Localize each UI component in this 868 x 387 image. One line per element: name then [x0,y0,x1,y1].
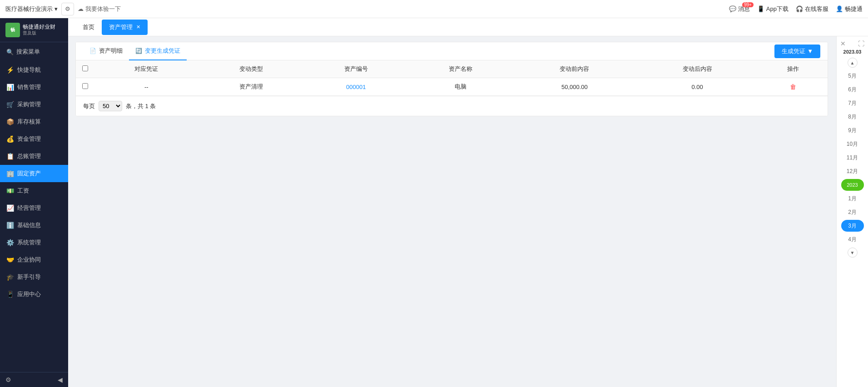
per-page-select[interactable]: 50 10 20 100 [99,101,122,111]
calendar-month-12[interactable]: 12月 [841,165,864,177]
tab-close-icon[interactable]: ✕ [136,24,140,30]
generate-voucher-label: 生成凭证 [782,47,805,55]
funds-icon: 💰 [6,135,14,143]
experience-button[interactable]: ☁ 我要体验一下 [78,5,121,13]
generate-voucher-button[interactable]: 生成凭证 ▼ [774,45,820,58]
logo-icon: 畅 [5,23,20,37]
sidebar-item-label-guide: 新手引导 [17,273,41,281]
row-asset-name: 电脑 [408,78,513,96]
search-menu-button[interactable]: 🔍 搜索菜单 [4,46,64,58]
experience-label: 我要体验一下 [85,5,121,13]
phone-icon: 📱 [757,5,764,12]
collapse-button[interactable]: ◀ [58,376,63,383]
guide-icon: 🎓 [6,273,14,281]
salary-icon: 💵 [6,187,14,194]
message-action[interactable]: 💬 消息 99+ [729,5,750,13]
app-download-action[interactable]: 📱 App下载 [757,5,789,13]
calendar-close-button[interactable]: ✕ [840,40,846,47]
sidebar-item-system[interactable]: ⚙️ 系统管理 [0,234,68,251]
calendar-month-6[interactable]: 6月 [841,84,864,95]
calendar-month-9[interactable]: 9月 [841,124,864,136]
sidebar-item-salary[interactable]: 💵 工资 [0,182,68,199]
company-name: 医疗器械行业演示 [5,5,53,13]
sidebar-item-label-salary: 工资 [17,187,29,195]
sidebar-item-operations[interactable]: 📈 经营管理 [0,199,68,217]
tab-asset-detail-label: 资产明细 [99,47,123,55]
table-header-row: 对应凭证 变动类型 资产编号 资产名称 [76,60,828,78]
calendar-month-10[interactable]: 10月 [841,138,864,150]
content-area: 首页 资产管理 ✕ 📄 资产明细 [68,18,868,387]
sidebar-item-fixed-assets[interactable]: 🏢 固定资产 [0,165,68,182]
table-header-voucher: 对应凭证 [94,60,199,78]
online-service-label: 在线客服 [805,5,828,13]
calendar-month-2023-2[interactable]: 2月 [841,206,864,218]
row-asset-code-link[interactable]: 000001 [346,84,366,90]
delete-row-button[interactable]: 🗑 [790,83,796,90]
calendar-year-marker-2023[interactable]: 2023 [841,179,864,191]
table-wrapper: 对应凭证 变动类型 资产编号 资产名称 [76,60,828,96]
pagination: 每页 50 10 20 100 条，共 1 条 [76,96,828,116]
user-avatar-icon: 👤 [836,5,843,12]
select-all-checkbox[interactable] [82,65,88,71]
calendar-scroll-up-button[interactable]: ▲ [848,58,858,68]
header-settings-button[interactable]: ⚙ [61,3,74,15]
calendar-month-8[interactable]: 8月 [841,111,864,123]
online-service-action[interactable]: 🎧 在线客服 [796,5,828,13]
message-badge: 99+ [742,2,754,7]
tab-change-voucher-label: 变更生成凭证 [145,47,180,55]
gear-icon: ⚙ [65,5,70,12]
calendar-scroll-down-button[interactable]: ▼ [848,248,858,258]
calendar-month-7[interactable]: 7月 [841,97,864,109]
sidebar-item-ledger[interactable]: 📋 总账管理 [0,148,68,165]
row-operation: 🗑 [759,78,828,96]
calendar-expand-button[interactable]: ⛶ [858,40,864,47]
search-icon: 🔍 [6,49,14,55]
sidebar-item-guide[interactable]: 🎓 新手引导 [0,268,68,286]
main-layout: 畅 畅捷通好业财 普及版 🔍 搜索菜单 ⚡ 快捷导航 📊 销售管理 [0,18,868,387]
row-after-change: 0.00 [636,78,759,96]
top-header: 医疗器械行业演示 ▾ ⚙ ☁ 我要体验一下 💬 消息 99+ 📱 App下载 🎧… [0,0,868,18]
row-change-type: 资产清理 [199,78,304,96]
tab-change-voucher[interactable]: 🔄 变更生成凭证 [129,42,187,60]
calendar-month-11[interactable]: 11月 [841,152,864,164]
logo-version: 普及版 [23,30,55,36]
total-label: 条，共 1 条 [126,102,156,110]
table-header-asset-name: 资产名称 [408,60,513,78]
calendar-month-2023-3[interactable]: 3月 [841,220,864,232]
cloud-icon: ☁ [78,5,84,12]
sidebar-item-basic-info[interactable]: ℹ️ 基础信息 [0,217,68,234]
table-row: -- 资产清理 000001 电脑 [76,78,828,96]
sidebar-item-label-quick-nav: 快捷导航 [17,66,41,74]
operations-icon: 📈 [6,204,14,212]
sidebar-item-funds[interactable]: 💰 资金管理 [0,130,68,148]
sidebar-item-label-system: 系统管理 [17,238,41,247]
ledger-icon: 📋 [6,153,14,160]
sidebar-item-purchase[interactable]: 🛒 采购管理 [0,96,68,113]
sales-icon: 📊 [6,84,14,91]
calendar-month-5[interactable]: 5月 [841,70,864,82]
user-action[interactable]: 👤 畅捷通 [836,5,863,13]
table-header-before-change: 变动前内容 [513,60,636,78]
sidebar-item-inventory[interactable]: 📦 库存核算 [0,113,68,130]
row-checkbox-cell [76,78,94,96]
tab-asset-detail[interactable]: 📄 资产明细 [83,42,129,60]
sidebar-item-app-center[interactable]: 📱 应用中心 [0,286,68,303]
sidebar-search-area[interactable]: 🔍 搜索菜单 [0,42,68,61]
tab-asset-management[interactable]: 资产管理 ✕ [102,20,148,35]
row-checkbox[interactable] [82,83,88,89]
quick-nav-icon: ⚡ [6,66,14,74]
calendar-month-2023-1[interactable]: 1月 [841,193,864,204]
settings-button[interactable]: ⚙ [5,376,11,383]
sidebar-item-label-inventory: 库存核算 [17,118,41,126]
sidebar-item-enterprise[interactable]: 🤝 企业协同 [0,251,68,268]
page-content-inner: 📄 资产明细 🔄 变更生成凭证 生成凭证 ▼ [75,42,861,382]
sidebar-item-sales[interactable]: 📊 销售管理 [0,79,68,96]
sidebar-item-quick-nav[interactable]: ⚡ 快捷导航 [0,61,68,79]
calendar-month-2023-4[interactable]: 4月 [841,233,864,245]
tab-home[interactable]: 首页 [75,20,102,35]
company-selector[interactable]: 医疗器械行业演示 ▾ [5,5,58,13]
sidebar-item-label-app-center: 应用中心 [17,290,41,298]
sidebar-nav: ⚡ 快捷导航 📊 销售管理 🛒 采购管理 📦 库存核算 💰 资金管理 [0,61,68,372]
app-center-icon: 📱 [6,291,14,298]
headset-icon: 🎧 [796,5,803,12]
